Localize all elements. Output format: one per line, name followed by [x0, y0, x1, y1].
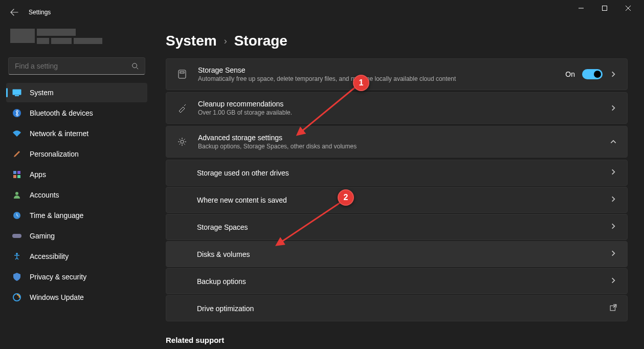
sub-item-other-drives[interactable]: Storage used on other drives: [166, 160, 628, 186]
svg-point-9: [15, 192, 18, 195]
sub-item-label: Disks & volumes: [197, 250, 250, 258]
close-icon: [626, 6, 631, 11]
back-arrow-icon: [10, 8, 18, 16]
user-account-block[interactable]: [6, 25, 147, 55]
toggle-state-label: On: [565, 70, 575, 78]
search-icon: [131, 62, 139, 70]
chevron-right-icon: ›: [224, 36, 227, 47]
external-link-icon: [610, 304, 617, 311]
close-button[interactable]: [616, 0, 640, 16]
nav-label: Accounts: [30, 191, 59, 199]
chevron-right-icon: [610, 223, 617, 230]
annotation-marker-2: 2: [338, 189, 354, 206]
clock-icon: [12, 211, 21, 220]
update-icon: [12, 293, 21, 302]
nav-label: Bluetooth & devices: [30, 109, 93, 117]
advanced-storage-card[interactable]: Advanced storage settings Backup options…: [166, 126, 628, 158]
storage-sense-icon: [176, 69, 188, 79]
apps-icon: [12, 170, 21, 179]
sub-item-label: Where new content is saved: [197, 196, 287, 204]
sub-item-label: Backup options: [197, 277, 246, 286]
svg-rect-15: [180, 72, 184, 73]
maximize-icon: [602, 6, 607, 11]
svg-rect-0: [603, 6, 607, 11]
window-controls: [569, 8, 640, 16]
storage-sense-toggle[interactable]: [582, 69, 603, 79]
sub-item-backup[interactable]: Backup options: [166, 268, 628, 294]
search-box[interactable]: [8, 57, 145, 75]
sidebar: System Bluetooth & devices Network & int…: [0, 25, 153, 349]
nav-label: System: [30, 89, 54, 97]
minimize-icon: [579, 6, 584, 11]
nav-label: Apps: [30, 170, 46, 179]
sidebar-item-network[interactable]: Network & internet: [6, 124, 147, 143]
sidebar-item-bluetooth[interactable]: Bluetooth & devices: [6, 103, 147, 123]
gear-icon: [176, 137, 188, 147]
annotation-marker-1: 1: [353, 75, 369, 91]
wifi-icon: [12, 129, 21, 138]
nav-label: Gaming: [30, 232, 55, 240]
back-button[interactable]: [4, 2, 25, 23]
sidebar-item-privacy[interactable]: Privacy & security: [6, 267, 147, 287]
sidebar-item-system[interactable]: System: [6, 83, 147, 102]
sub-item-label: Storage Spaces: [197, 223, 248, 231]
nav-label: Personalization: [30, 150, 79, 158]
sidebar-item-update[interactable]: Windows Update: [6, 288, 147, 307]
chevron-right-icon: [610, 71, 617, 78]
card-title: Storage Sense: [198, 66, 555, 74]
chevron-right-icon: [610, 195, 617, 203]
chevron-up-icon: [610, 138, 617, 145]
nav-label: Accessibility: [30, 252, 69, 260]
sub-item-new-content[interactable]: Where new content is saved: [166, 187, 628, 213]
titlebar: Settings: [0, 0, 644, 25]
nav-label: Time & language: [30, 211, 83, 220]
bluetooth-icon: [12, 108, 21, 118]
svg-rect-8: [17, 175, 20, 178]
card-title: Advanced storage settings: [198, 134, 599, 142]
gamepad-icon: [12, 231, 21, 241]
breadcrumb: System › Storage: [166, 33, 628, 49]
nav-list: System Bluetooth & devices Network & int…: [6, 83, 147, 307]
brush-icon: [12, 149, 21, 159]
accessibility-icon: [12, 252, 21, 261]
breadcrumb-current: Storage: [234, 33, 287, 49]
broom-icon: [176, 103, 188, 113]
sidebar-item-personalization[interactable]: Personalization: [6, 144, 147, 164]
cleanup-card[interactable]: Cleanup recommendations Over 1.00 GB of …: [166, 92, 628, 124]
svg-rect-6: [17, 171, 20, 174]
app-title: Settings: [29, 9, 51, 16]
sub-item-label: Drive optimization: [197, 304, 254, 313]
svg-rect-14: [179, 70, 186, 78]
svg-rect-2: [13, 90, 21, 95]
svg-rect-11: [12, 234, 21, 238]
search-input[interactable]: [15, 62, 131, 70]
svg-rect-7: [13, 175, 16, 178]
sub-item-drive-opt[interactable]: Drive optimization: [166, 295, 628, 321]
sub-item-disks-volumes[interactable]: Disks & volumes: [166, 241, 628, 267]
card-subtitle: Backup options, Storage Spaces, other di…: [198, 143, 599, 150]
svg-point-16: [181, 140, 184, 143]
main-content: System › Storage Storage Sense Automatic…: [153, 25, 644, 349]
svg-point-1: [132, 63, 137, 68]
person-icon: [12, 190, 21, 200]
maximize-button[interactable]: [593, 0, 616, 16]
system-icon: [12, 88, 21, 97]
nav-label: Privacy & security: [30, 273, 86, 281]
storage-sense-card[interactable]: Storage Sense Automatically free up spac…: [166, 58, 628, 90]
advanced-sub-list: Storage used on other drives Where new c…: [166, 160, 628, 321]
card-subtitle: Over 1.00 GB of storage available.: [198, 109, 599, 116]
sidebar-item-time[interactable]: Time & language: [6, 206, 147, 225]
sidebar-item-gaming[interactable]: Gaming: [6, 226, 147, 246]
sub-item-storage-spaces[interactable]: Storage Spaces: [166, 214, 628, 240]
svg-rect-3: [15, 95, 19, 96]
nav-label: Network & internet: [30, 129, 88, 138]
card-title: Cleanup recommendations: [198, 100, 599, 108]
sidebar-item-apps[interactable]: Apps: [6, 165, 147, 184]
svg-point-12: [16, 253, 18, 255]
minimize-button[interactable]: [569, 0, 593, 16]
sidebar-item-accounts[interactable]: Accounts: [6, 185, 147, 205]
svg-rect-5: [13, 171, 16, 174]
breadcrumb-parent[interactable]: System: [166, 33, 217, 49]
nav-label: Windows Update: [30, 293, 84, 301]
sidebar-item-accessibility[interactable]: Accessibility: [6, 247, 147, 266]
